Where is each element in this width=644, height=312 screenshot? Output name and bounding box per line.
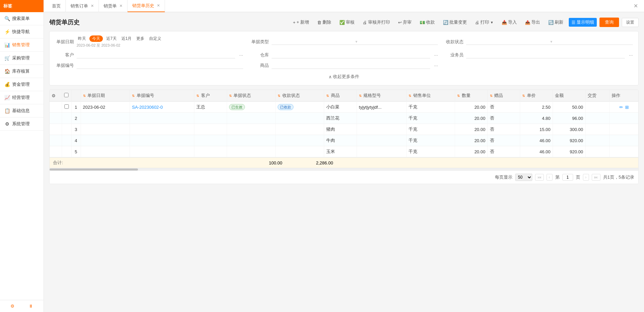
row-doc-number-0[interactable]: SA-20230602-0 [130,102,194,113]
col-doc-number[interactable]: ⇅ 单据编号 [130,90,194,102]
col-doc-status[interactable]: ⇅ 单据状态 [227,90,275,102]
collect-button[interactable]: 💵 收款 [417,18,438,27]
next-page-button[interactable]: › [583,174,589,181]
sidebar-item-purchase-mgmt[interactable]: 🛒 采购管理 [0,52,44,65]
row-doc-number-2[interactable] [130,124,194,135]
row-doc-status-3 [227,135,275,146]
select-all-checkbox[interactable] [64,93,68,97]
horizontal-scrollbar[interactable] [50,168,638,171]
customer-dots[interactable]: ··· [239,52,243,58]
sidebar-item-search-menu[interactable]: 🔍 搜索菜单 [0,12,44,25]
col-unit-price[interactable]: ⇅ 单价 [520,90,553,102]
col-goods[interactable]: ⇅ 商品 [324,90,357,102]
sidebar-item-sales-mgmt[interactable]: 📊 销售管理 [0,38,44,52]
goods-dots[interactable]: ··· [434,63,438,68]
salesperson-dots[interactable]: ··· [629,52,633,58]
row-transaction-1 [585,113,610,124]
sidebar-item-sys-mgmt[interactable]: ⚙ 系统管理 [0,118,44,131]
row-checkbox-3[interactable] [62,135,71,146]
audit-button[interactable]: ✅ 审核 [337,18,357,27]
filter-settings-button[interactable]: 设置 [622,18,639,27]
sidebar-item-operations[interactable]: 📈 经营管理 [0,91,44,104]
col-settings[interactable]: ⚙ [50,90,62,102]
tab-sales-history-close[interactable]: ✕ [157,3,160,8]
col-customer-sort-icon: ⇅ [196,94,199,98]
show-detail-button[interactable]: ☰ 显示明细 [569,18,597,27]
collect-status-select[interactable]: ▼ [466,39,633,45]
row-checkbox-1[interactable] [62,113,71,124]
row-checkbox-4[interactable] [62,146,71,157]
view-icon-0[interactable]: ⊞ [625,105,629,110]
audit-print-button[interactable]: 🖨 审核并打印 [360,18,393,27]
col-quantity[interactable]: ⇅ 数量 [455,90,488,102]
close-all-tabs[interactable]: ✕ [631,3,641,9]
col-sales-unit[interactable]: ⇅ 销售单位 [406,90,455,102]
date-btn-today[interactable]: 今天 [89,35,103,42]
sidebar-footer-settings-icon[interactable]: ⚙ [10,304,15,309]
goods-input[interactable] [272,62,430,69]
page-title: 销货单历史 [49,18,290,26]
sidebar-item-finance[interactable]: 💰 资金管理 [0,78,44,91]
query-button[interactable]: 查询 [599,18,619,27]
last-page-button[interactable]: ⏭ [592,174,600,181]
filter-row-2: 客户 ··· 仓库 ··· 业务员 ··· [55,51,633,58]
scrollbar-thumb[interactable] [50,168,138,171]
row-doc-date-4 [81,146,130,157]
print-button[interactable]: 🖨 打印 ▼ [472,18,496,27]
row-checkbox-2[interactable] [62,124,71,135]
edit-icon-0[interactable]: ✏ [619,105,623,110]
col-spec-type[interactable]: ⇅ 规格型号 [357,90,406,102]
tab-sales-delivery-close[interactable]: ✕ [119,4,122,8]
batch-change-button[interactable]: 🔄 批量变更 [440,18,470,27]
first-page-button[interactable]: ⏮ [535,174,544,181]
refresh-button[interactable]: 🔃 刷新 [545,18,566,27]
row-check-0[interactable] [64,104,69,109]
sidebar-item-inventory[interactable]: 🏠 库存核算 [0,65,44,78]
row-seq-4: 5 [71,146,81,157]
date-btn-yesterday[interactable]: 昨天 [77,35,87,42]
tab-sales-order-close[interactable]: ✕ [91,4,94,8]
page-number-input[interactable] [562,174,573,181]
page-size-select[interactable]: 50 100 200 [515,174,532,181]
row-checkbox-0[interactable] [62,102,71,113]
row-doc-number-3[interactable] [130,135,194,146]
tab-sales-order[interactable]: 销售订单 ✕ [66,0,99,12]
warehouse-dots[interactable]: ··· [434,52,438,58]
sidebar-item-basic-info[interactable]: 📋 基础信息 [0,104,44,118]
customer-input[interactable] [77,51,235,58]
filter-salesperson: 业务员 ··· [445,51,633,58]
tab-sales-history[interactable]: 销货单历史 ✕ [128,0,165,12]
row-doc-number-4[interactable] [130,146,194,157]
col-collect-status[interactable]: ⇅ 收款状态 [276,90,324,102]
new-button[interactable]: + + 新增 [290,18,312,27]
table-header-row: ⚙ ⇅ 单据日期 ⇅ 单据编号 [50,90,638,102]
footer-total-amount: 2,286.00 [316,160,333,165]
date-btn-7days[interactable]: 近7天 [105,35,118,42]
salesperson-input[interactable] [466,51,625,58]
tab-sales-delivery[interactable]: 销货单 ✕ [99,0,128,12]
date-btn-1month[interactable]: 近1月 [120,35,133,42]
discard-button[interactable]: ↩ 弃审 [395,18,414,27]
date-btn-custom[interactable]: 自定义 [148,35,163,42]
row-spec-type-2 [357,124,406,135]
date-btn-more[interactable]: 更多 [135,35,146,42]
sidebar-item-quick-nav[interactable]: ⚡ 快捷导航 [0,25,44,38]
prev-page-button[interactable]: ‹ [547,174,553,181]
col-doc-date[interactable]: ⇅ 单据日期 [81,90,130,102]
total-pages: 共1页，5条记录 [603,174,634,180]
doc-number-link-0[interactable]: SA-20230602-0 [132,105,163,110]
col-customer[interactable]: ⇅ 客户 [194,90,227,102]
delete-button[interactable]: 🗑 删除 [314,18,334,27]
import-button[interactable]: 📥 导入 [499,18,520,27]
row-doc-number-1[interactable] [130,113,194,124]
doc-type-select[interactable]: ▼ [272,39,438,45]
doc-number-label: 单据编号 [55,62,74,69]
tab-home[interactable]: 首页 [47,0,66,12]
sidebar-footer-collapse-icon[interactable]: ⏸ [29,304,33,309]
export-button[interactable]: 📤 导出 [522,18,543,27]
doc-number-input[interactable] [77,62,243,69]
col-checkbox[interactable] [62,90,71,102]
collapse-button[interactable]: ∧ 收起更多条件 [55,72,633,81]
col-gift[interactable]: ⇅ 赠品 [487,90,520,102]
warehouse-input[interactable] [272,51,430,58]
